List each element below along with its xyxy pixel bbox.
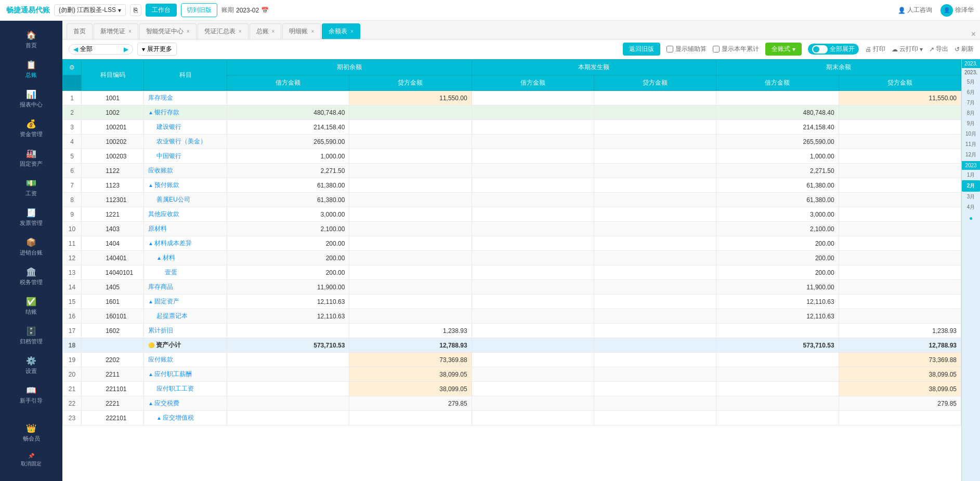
tab-detail-close[interactable]: ×: [311, 29, 314, 34]
row-name[interactable]: 建设银行: [144, 120, 227, 135]
account-link[interactable]: 应付职工工资: [156, 385, 194, 392]
row-name[interactable]: 原材料: [144, 222, 227, 236]
copy-icon-btn[interactable]: ⎘: [130, 4, 141, 16]
account-link[interactable]: 中国银行: [156, 152, 181, 159]
sidebar-item-home[interactable]: 🏠 首页: [0, 25, 62, 55]
search-left-arrow[interactable]: ◀: [73, 46, 78, 53]
tab-balance[interactable]: 余额表 ×: [322, 23, 360, 39]
sidebar-item-tax[interactable]: 🏛️ 税务管理: [0, 262, 62, 291]
company-select[interactable]: (勿删) 江西股圣-LSS ▾: [54, 4, 126, 16]
tab-ledger-close[interactable]: ×: [272, 29, 275, 34]
tab-detail[interactable]: 明细账 ×: [282, 23, 321, 39]
row-name[interactable]: 壹蛋: [144, 265, 227, 280]
show-aux-input[interactable]: [667, 46, 673, 52]
print-button[interactable]: 🖨 打印: [865, 45, 885, 54]
right-panel-online-icon[interactable]: ●: [969, 215, 973, 222]
show-ytd-checkbox[interactable]: 显示本年累计: [713, 45, 759, 54]
right-panel-3[interactable]: 3月: [966, 192, 976, 202]
sidebar-item-guide[interactable]: 📖 新手引导: [0, 380, 62, 410]
row-name[interactable]: 应付账款: [144, 353, 227, 367]
account-link[interactable]: 预付账款: [154, 181, 179, 189]
account-link[interactable]: 农业银行（美金）: [156, 138, 206, 145]
sidebar-item-archive[interactable]: 🗄️ 归档管理: [0, 321, 62, 351]
account-link[interactable]: 善属EU公司: [156, 196, 190, 203]
tab-new-voucher-close[interactable]: ×: [128, 29, 132, 34]
row-name[interactable]: ▲应交税费: [144, 396, 227, 411]
export-button[interactable]: ↗ 导出: [929, 45, 948, 54]
row-name[interactable]: ▲预付账款: [144, 178, 227, 193]
row-name[interactable]: 累计折旧: [144, 324, 227, 338]
sidebar-item-salary[interactable]: 💵 工资: [0, 173, 62, 203]
account-link[interactable]: 材料成本差异: [154, 239, 192, 247]
row-name[interactable]: 其他应收款: [144, 207, 227, 222]
sidebar-item-report[interactable]: 📊 报表中心: [0, 84, 62, 114]
tab-home[interactable]: 首页: [67, 23, 93, 39]
right-panel-8[interactable]: 8月: [966, 108, 976, 118]
right-panel-5[interactable]: 5月: [966, 77, 976, 87]
cloud-print-button[interactable]: ☁ 云打印 ▾: [892, 45, 923, 54]
search-input[interactable]: [80, 46, 122, 53]
sidebar-item-checkout[interactable]: ✅ 结账: [0, 291, 62, 321]
account-link[interactable]: 建设银行: [156, 123, 181, 130]
calendar-icon[interactable]: 📅: [261, 7, 269, 14]
sidebar-item-member[interactable]: 👑 畅会员: [0, 418, 62, 448]
sidebar-item-invoice[interactable]: 🧾 发票管理: [0, 203, 62, 232]
expand-row-icon[interactable]: ▲: [156, 415, 162, 421]
account-link[interactable]: 应付职工薪酬: [154, 370, 192, 378]
tab-balance-close[interactable]: ×: [350, 29, 354, 34]
row-name[interactable]: 中国银行: [144, 149, 227, 164]
sidebar-item-ledger[interactable]: 📋 总账: [0, 55, 62, 84]
row-name[interactable]: ▲应付职工薪酬: [144, 367, 227, 382]
row-name[interactable]: ▲固定资产: [144, 295, 227, 309]
row-name[interactable]: 应付职工工资: [144, 382, 227, 396]
account-link[interactable]: 起提票记本: [156, 312, 188, 319]
close-all-tabs[interactable]: ×: [971, 30, 976, 39]
row-name[interactable]: ▲材料成本差异: [144, 236, 227, 251]
account-link[interactable]: 应收账款: [148, 167, 173, 174]
tab-ledger[interactable]: 总账 ×: [250, 23, 282, 39]
account-link[interactable]: 应付账款: [148, 356, 173, 363]
full-mode-button[interactable]: 全账式 ▾: [765, 43, 802, 56]
right-panel-7[interactable]: 7月: [966, 98, 976, 108]
tab-smart-center[interactable]: 智能凭证中心 ×: [139, 23, 197, 39]
show-aux-checkbox[interactable]: 显示辅助算: [667, 45, 707, 54]
tab-voucher-summary[interactable]: 凭证汇总表 ×: [198, 23, 249, 39]
tab-new-voucher[interactable]: 新增凭证 ×: [94, 23, 138, 39]
account-link[interactable]: 银行存款: [154, 109, 179, 116]
right-panel-4[interactable]: 4月: [966, 202, 976, 212]
right-panel-11[interactable]: 11月: [964, 139, 977, 150]
expand-row-icon[interactable]: ▲: [148, 400, 153, 406]
expand-row-icon[interactable]: ▲: [148, 240, 153, 246]
account-link[interactable]: 累计折旧: [148, 327, 173, 334]
refresh-button[interactable]: ↺ 刷新: [955, 45, 974, 54]
search-right-arrow[interactable]: ▶: [124, 46, 128, 53]
row-name[interactable]: ▲应交增值税: [144, 411, 227, 425]
row-name[interactable]: ▲银行存款: [144, 105, 227, 120]
row-name[interactable]: 库存商品: [144, 280, 227, 295]
th-setting[interactable]: ⚙: [63, 60, 82, 75]
account-link[interactable]: 库存商品: [148, 283, 173, 290]
expand-row-icon[interactable]: ▲: [156, 255, 162, 261]
right-panel-10[interactable]: 10月: [964, 129, 977, 139]
right-panel-9[interactable]: 9月: [966, 118, 976, 129]
sidebar-item-unpin[interactable]: 📌 取消固定: [0, 448, 62, 473]
sidebar-item-capital[interactable]: 💰 资金管理: [0, 114, 62, 143]
row-name[interactable]: 库存现金: [144, 91, 227, 105]
expand-row-icon[interactable]: ▲: [148, 182, 153, 188]
right-panel-1[interactable]: 1月: [966, 170, 976, 180]
account-link[interactable]: 原材料: [148, 225, 167, 232]
expand-button[interactable]: ▾ 展开更多: [137, 43, 177, 56]
account-link[interactable]: 应交增值税: [163, 414, 194, 421]
row-name[interactable]: 农业银行（美金）: [144, 135, 227, 149]
row-name[interactable]: ▲材料: [144, 251, 227, 265]
account-link[interactable]: 应交税费: [154, 399, 179, 407]
consult-button[interactable]: 👤 人工咨询: [898, 6, 932, 15]
sidebar-item-sales[interactable]: 📦 进销台账: [0, 232, 62, 262]
row-name[interactable]: 善属EU公司: [144, 193, 227, 207]
expand-row-icon[interactable]: ▲: [148, 299, 153, 304]
account-link[interactable]: 其他应收款: [148, 210, 179, 218]
row-name[interactable]: 🟡 资产小计: [144, 338, 227, 353]
switch-version-button[interactable]: 切到旧版: [181, 3, 217, 17]
return-button[interactable]: 返回旧版: [623, 43, 660, 56]
right-panel-12[interactable]: 12月: [964, 150, 977, 160]
